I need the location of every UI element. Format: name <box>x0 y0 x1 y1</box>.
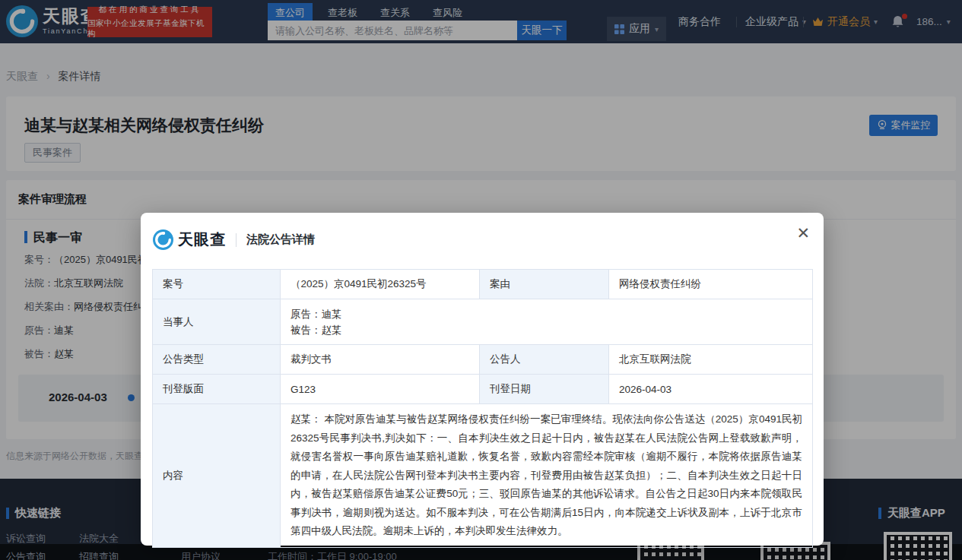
cell-label: 刊登日期 <box>480 375 609 404</box>
cell-label: 公告类型 <box>153 345 281 375</box>
cell-label: 案由 <box>480 270 609 299</box>
table-row: 案号 （2025）京0491民初26325号 案由 网络侵权责任纠纷 <box>153 270 813 299</box>
cell-label: 刊登版面 <box>153 375 281 404</box>
cell-value: 北京互联网法院 <box>609 345 813 375</box>
cell-value: 裁判文书 <box>281 345 480 375</box>
page: 天眼查 TianYanCha.com 都在用的商业查询工具 国家中小企业发展子基… <box>0 0 962 560</box>
cell-label: 当事人 <box>153 299 281 345</box>
tianyancha-logo-icon <box>153 229 173 250</box>
cell-label: 公告人 <box>480 345 609 375</box>
announcement-table: 案号 （2025）京0491民初26325号 案由 网络侵权责任纠纷 当事人 原… <box>152 269 813 548</box>
close-icon[interactable]: ✕ <box>796 225 810 241</box>
table-row: 刊登版面 G123 刊登日期 2026-04-03 <box>153 375 813 404</box>
table-row: 内容 赵某： 本院对原告迪某与被告赵某网络侵权责任纠纷一案已审理终结。现依法向你… <box>153 404 813 548</box>
party-defendant: 被告：赵某 <box>291 322 802 338</box>
court-announcement-modal: 天眼查 法院公告详情 ✕ 案号 （2025）京0491民初26325号 案由 网… <box>141 213 824 546</box>
modal-header: 天眼查 法院公告详情 <box>153 229 315 250</box>
table-row: 公告类型 裁判文书 公告人 北京互联网法院 <box>153 345 813 375</box>
modal-title: 法院公告详情 <box>246 233 315 247</box>
modal-title-divider <box>236 233 237 247</box>
cell-label: 案号 <box>153 270 281 299</box>
cell-value: 2026-04-03 <box>609 375 813 404</box>
cell-value: 原告：迪某 被告：赵某 <box>281 299 813 345</box>
announcement-content: 赵某： 本院对原告迪某与被告赵某网络侵权责任纠纷一案已审理终结。现依法向你公告送… <box>281 404 813 548</box>
party-plaintiff: 原告：迪某 <box>291 306 802 322</box>
table-row: 当事人 原告：迪某 被告：赵某 <box>153 299 813 345</box>
modal-brand: 天眼查 <box>178 229 226 250</box>
cell-value: G123 <box>281 375 480 404</box>
cell-label: 内容 <box>153 404 281 548</box>
cell-value: 网络侵权责任纠纷 <box>609 270 813 299</box>
cell-value: （2025）京0491民初26325号 <box>281 270 480 299</box>
